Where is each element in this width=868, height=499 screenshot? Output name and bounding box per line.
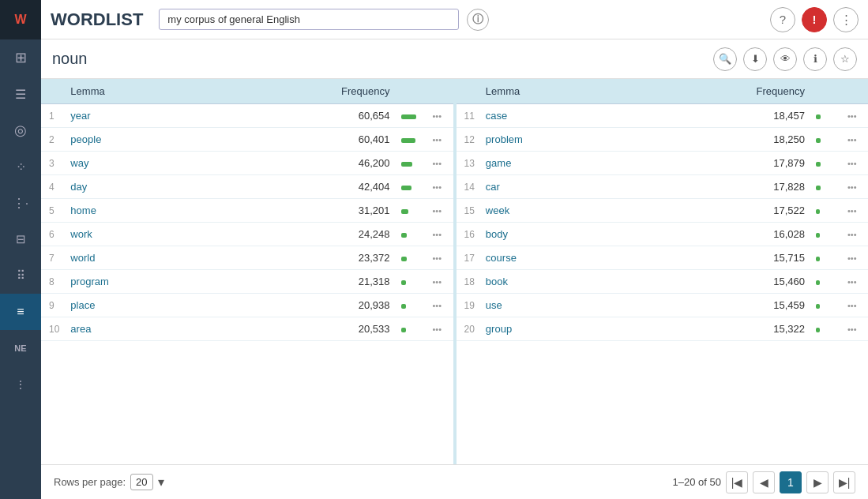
eye-button[interactable]: 👁 [773,47,797,71]
lemma-cell[interactable]: place [62,294,216,317]
sidebar-item-grid[interactable]: ⊟ [0,221,41,257]
lemma-cell[interactable]: car [478,175,629,199]
info-button[interactable]: ℹ [803,47,827,71]
alert-button[interactable]: ! [802,7,827,32]
eye-icon: 👁 [780,53,791,65]
more-options-button[interactable]: ••• [430,223,453,246]
lemma-cell[interactable]: day [62,175,216,199]
freq-bar [401,233,408,238]
more-options-button[interactable]: ••• [430,199,453,223]
bar-cell [813,294,844,317]
sub-header: noun 🔍 ⬇ 👁 ℹ ☆ [41,39,868,79]
lemma-cell[interactable]: year [62,104,216,128]
more-options-button[interactable]: ••• [430,104,453,128]
freq-bar [816,162,821,167]
search-button[interactable]: 🔍 [713,47,737,71]
last-page-button[interactable]: ▶| [833,471,855,493]
more-options-button[interactable]: ••• [844,317,868,341]
freq-bar [401,209,409,214]
sidebar-item-nodes[interactable]: ⁘ [0,148,41,185]
lemma-cell[interactable]: area [62,317,216,341]
sidebar-item-list[interactable]: ☰ [0,76,41,112]
bar-cell [813,152,844,175]
lemma-cell[interactable]: program [62,270,216,294]
dashboard-icon: ⊞ [15,49,27,66]
more-options-button[interactable]: ••• [844,152,868,175]
prev-page-button[interactable]: ◀ [753,471,775,493]
help-button[interactable]: ? [770,7,795,32]
sidebar-item-circle[interactable]: ◎ [0,112,41,148]
more-options-button[interactable]: ••• [844,104,868,128]
more-options-button[interactable]: ••• [844,294,868,317]
sidebar-item-apps[interactable]: ⠿ [0,257,41,294]
lemma-cell[interactable]: game [478,152,629,175]
lemma-cell[interactable]: people [62,128,216,152]
ne-icon: NE [14,343,26,353]
first-page-button[interactable]: |◀ [726,471,748,493]
first-page-icon: |◀ [731,476,743,489]
sidebar-item-dashboard[interactable]: ⊞ [0,39,41,76]
freq-bar [816,257,820,261]
sidebar-logo[interactable]: W [0,0,41,39]
page-size-dropdown[interactable]: ▾ [158,475,164,490]
more-options-button[interactable]: ••• [430,246,453,270]
row-number: 18 [457,270,478,294]
lemma-cell[interactable]: course [478,246,629,270]
table-row: 16 body 16,028 ••• [457,223,869,246]
more-options-button[interactable]: ••• [844,270,868,294]
table-row: 20 group 15,322 ••• [457,317,869,341]
bar-cell [813,175,844,199]
sidebar-item-wordlist[interactable]: ≡ [0,294,41,330]
freq-cell: 17,522 [629,199,813,223]
lemma-cell[interactable]: work [62,223,216,246]
lemma-cell[interactable]: book [478,270,629,294]
left-col-num-header [41,79,62,104]
current-page-button[interactable]: 1 [780,471,802,493]
more-options-button[interactable]: ••• [430,294,453,317]
next-page-button[interactable]: ▶ [806,471,829,493]
sub-actions: 🔍 ⬇ 👁 ℹ ☆ [713,47,857,71]
lemma-cell[interactable]: home [62,199,216,223]
more-options-button[interactable]: ••• [844,175,868,199]
more-options-button[interactable]: ••• [430,175,453,199]
row-number: 19 [457,294,478,317]
freq-bar [401,280,407,285]
lemma-cell[interactable]: case [478,104,629,128]
row-number: 7 [41,246,62,270]
lemma-cell[interactable]: world [62,246,216,270]
star-button[interactable]: ☆ [833,47,857,71]
more-options-button[interactable]: ••• [844,128,868,152]
lemma-cell[interactable]: week [478,199,629,223]
more-options-button[interactable]: ••• [430,152,453,175]
more-options-button[interactable]: ••• [430,128,453,152]
freq-bar [816,209,820,214]
left-table-panel: Lemma Frequency 1 year 60,654 ••• 2 peop… [41,79,457,464]
more-options-button[interactable]: ••• [430,270,453,294]
more-options-button[interactable]: ••• [844,199,868,223]
lemma-cell[interactable]: way [62,152,216,175]
freq-cell: 18,457 [629,104,813,128]
freq-cell: 31,201 [216,199,397,223]
pos-label: noun [52,50,88,68]
footer-pagination: Rows per page: 20 ▾ 1–20 of 50 |◀ ◀ 1 ▶ … [41,464,868,499]
more-options-button[interactable]: ••• [430,317,453,341]
table-row: 10 area 20,533 ••• [41,317,453,341]
lemma-cell[interactable]: problem [478,128,629,152]
sidebar-item-numlist[interactable]: ⋮ [0,366,41,403]
logo-icon: W [14,13,26,27]
sidebar-item-dotlist[interactable]: ⋮∙ [0,185,41,221]
corpus-info-button[interactable]: ⓘ [467,9,489,31]
download-button[interactable]: ⬇ [743,47,767,71]
more-options-button[interactable]: ••• [844,246,868,270]
bar-cell [398,128,430,152]
more-icon: ⋮ [840,13,852,27]
freq-bar [816,280,820,285]
lemma-cell[interactable]: group [478,317,629,341]
lemma-cell[interactable]: use [478,294,629,317]
freq-bar [816,233,820,238]
corpus-input[interactable] [159,9,459,30]
sidebar-item-ne[interactable]: NE [0,330,41,366]
more-options-button[interactable]: ••• [844,223,868,246]
lemma-cell[interactable]: body [478,223,629,246]
more-button[interactable]: ⋮ [833,7,859,32]
